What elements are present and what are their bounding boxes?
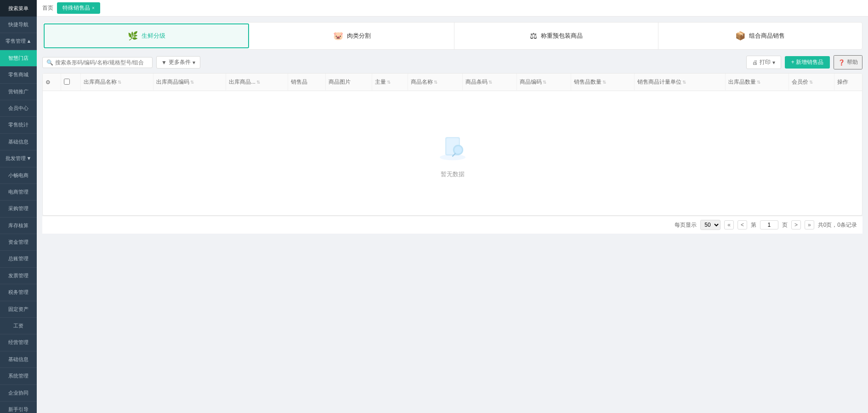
- sidebar-item-quicknav[interactable]: 快捷导航: [0, 17, 37, 33]
- add-sales-button[interactable]: + 新增销售品: [785, 56, 830, 69]
- empty-text: 暂无数据: [441, 170, 465, 178]
- sidebar-item-tax[interactable]: 税务管理: [0, 284, 37, 301]
- first-page-button[interactable]: «: [724, 220, 734, 229]
- tab-meat-cut[interactable]: 🐷 肉类分割: [250, 23, 454, 49]
- sidebar: 搜索菜单 快捷导航 零售管理 ▲ 智慧门店 零售商城 营销推广 会员中心 零售统…: [0, 0, 37, 413]
- sidebar-item-enterprise[interactable]: 企业协同: [0, 385, 37, 402]
- filter-label: 更多条件: [169, 58, 191, 66]
- col-product-name-label: 商品名称: [411, 78, 433, 86]
- col-outbound-code-label: 出库商品编码: [156, 78, 189, 86]
- print-icon: 🖨: [752, 59, 758, 66]
- data-table: ⚙ 出库商品名称 ⇅ 出库商: [43, 74, 862, 215]
- sort-arrows-sales-unit: ⇅: [682, 80, 686, 85]
- sidebar-item-fixedassets[interactable]: 固定资产: [0, 301, 37, 318]
- per-page-select[interactable]: 50: [700, 220, 720, 230]
- sort-arrows-outbound-name: ⇅: [118, 80, 121, 85]
- prev-page-button[interactable]: <: [738, 220, 747, 229]
- col-outbound-name-label: 出库商品名称: [84, 78, 117, 86]
- sidebar-item-finance[interactable]: 资金管理: [0, 234, 37, 251]
- col-sales-qty[interactable]: 销售品数量 ⇅: [571, 74, 634, 91]
- col-barcode[interactable]: 商品条码 ⇅: [462, 74, 516, 91]
- sidebar-item-wholesale[interactable]: 批发管理 ▼: [0, 150, 37, 167]
- col-checkbox[interactable]: [61, 74, 80, 91]
- help-icon: ❓: [838, 59, 845, 66]
- col-sales-qty-label: 销售品数量: [574, 78, 601, 86]
- sidebar-item-inventory[interactable]: 库存核算: [0, 218, 37, 234]
- tab-fresh-grade[interactable]: 🌿 生鲜分级: [44, 23, 249, 48]
- tab-combo-sales-label: 组合商品销售: [749, 32, 785, 40]
- sidebar-item-ledger[interactable]: 总账管理: [0, 251, 37, 267]
- tab-weighed-prepack[interactable]: ⚖ 称重预包装商品: [454, 23, 658, 49]
- col-product-code[interactable]: 商品编码 ⇅: [516, 74, 571, 91]
- sidebar-item-retailstats[interactable]: 零售统计: [0, 117, 37, 133]
- print-button[interactable]: 🖨 打印 ▾: [746, 56, 781, 69]
- col-outbound-qty[interactable]: 出库品数量 ⇅: [726, 74, 789, 91]
- total-label: 共0页，0条记录: [818, 221, 857, 229]
- add-sales-label: + 新增销售品: [791, 58, 823, 66]
- col-main-qty[interactable]: 主量 ⇅: [372, 74, 408, 91]
- sidebar-logo[interactable]: 搜索菜单: [0, 0, 37, 17]
- col-outbound-qty-label: 出库品数量: [728, 78, 756, 86]
- sidebar-item-invoice[interactable]: 发票管理: [0, 268, 37, 284]
- topbar: 首页 特殊销售品 ×: [37, 0, 868, 17]
- filter-button[interactable]: ▼ 更多条件 ▾: [156, 56, 200, 69]
- sidebar-item-basicinfo1[interactable]: 基础信息: [0, 134, 37, 150]
- data-table-wrap: ⚙ 出库商品名称 ⇅ 出库商: [42, 73, 862, 216]
- page-label-post: 页: [782, 221, 788, 229]
- empty-state: 暂无数据: [43, 91, 862, 215]
- sidebar-item-smartstore[interactable]: 智慧门店: [0, 50, 37, 67]
- sidebar-item-ecommerce[interactable]: 电商管理: [0, 184, 37, 201]
- sidebar-item-newbie[interactable]: 新手引导: [0, 402, 37, 413]
- sidebar-item-basicinfo2[interactable]: 基础信息: [0, 351, 37, 368]
- col-member-price[interactable]: 会员价 ⇅: [789, 74, 834, 91]
- topbar-tab-special[interactable]: 特殊销售品 ×: [57, 2, 100, 14]
- tab-combo-sales[interactable]: 📦 组合商品销售: [658, 23, 862, 49]
- col-outbound-code[interactable]: 出库商品编码 ⇅: [153, 74, 226, 91]
- col-barcode-label: 商品条码: [465, 78, 488, 86]
- col-sales-unit[interactable]: 销售商品计量单位 ⇅: [635, 74, 726, 91]
- search-input[interactable]: [55, 59, 148, 66]
- page-number-input[interactable]: [760, 220, 778, 229]
- pagination-bar: 每页显示 50 « < 第 页 > » 共0页，0条记录: [42, 216, 862, 234]
- table-body: 暂无数据: [43, 91, 862, 216]
- sidebar-item-retail[interactable]: 零售管理 ▲: [0, 33, 37, 50]
- col-outbound-extra[interactable]: 出库商品... ⇅: [226, 74, 288, 91]
- sidebar-item-system[interactable]: 系统管理: [0, 368, 37, 384]
- sidebar-item-xiaochang[interactable]: 小畅电商: [0, 167, 37, 184]
- sort-arrows-outbound-extra: ⇅: [256, 80, 260, 85]
- col-product-name[interactable]: 商品名称 ⇅: [408, 74, 462, 91]
- col-outbound-name[interactable]: 出库商品名称 ⇅: [80, 74, 153, 91]
- next-page-button[interactable]: >: [791, 220, 801, 229]
- settings-icon: ⚙: [45, 79, 51, 86]
- topbar-tab-label: 特殊销售品: [62, 4, 90, 12]
- sidebar-item-members[interactable]: 会员中心: [0, 100, 37, 117]
- col-actions: 操作: [834, 74, 862, 91]
- topbar-tab-close[interactable]: ×: [92, 6, 95, 11]
- help-button[interactable]: ❓ 帮助: [834, 55, 862, 69]
- col-product-image: 商品图片: [325, 74, 372, 91]
- col-sales-item-label: 销售品: [291, 79, 307, 85]
- sort-arrows-product-name: ⇅: [434, 80, 437, 85]
- sidebar-item-marketing[interactable]: 营销推广: [0, 84, 37, 100]
- combo-sales-icon: 📦: [735, 31, 745, 41]
- col-member-price-label: 会员价: [792, 78, 808, 86]
- tab-meat-cut-label: 肉类分割: [347, 32, 371, 40]
- last-page-button[interactable]: »: [805, 220, 814, 229]
- sort-arrows-sales-qty: ⇅: [602, 80, 606, 85]
- sort-arrows-outbound-code: ⇅: [190, 80, 194, 85]
- topbar-home[interactable]: 首页: [42, 4, 53, 12]
- sidebar-item-purchase[interactable]: 采购管理: [0, 201, 37, 217]
- tab-fresh-grade-label: 生鲜分级: [142, 32, 165, 40]
- sort-arrows-barcode: ⇅: [488, 80, 492, 85]
- col-product-code-label: 商品编码: [520, 78, 542, 86]
- select-all-checkbox[interactable]: [64, 79, 70, 85]
- col-settings[interactable]: ⚙: [43, 74, 61, 91]
- col-main-qty-label: 主量: [375, 78, 386, 86]
- search-box[interactable]: 🔍: [42, 57, 153, 68]
- sidebar-item-operations[interactable]: 经营管理: [0, 334, 37, 351]
- per-page-label: 每页显示: [675, 221, 697, 229]
- sidebar-item-salary[interactable]: 工资: [0, 318, 37, 334]
- weighed-prepack-icon: ⚖: [530, 31, 537, 41]
- empty-row: 暂无数据: [43, 91, 862, 216]
- sidebar-item-retailmall[interactable]: 零售商城: [0, 67, 37, 83]
